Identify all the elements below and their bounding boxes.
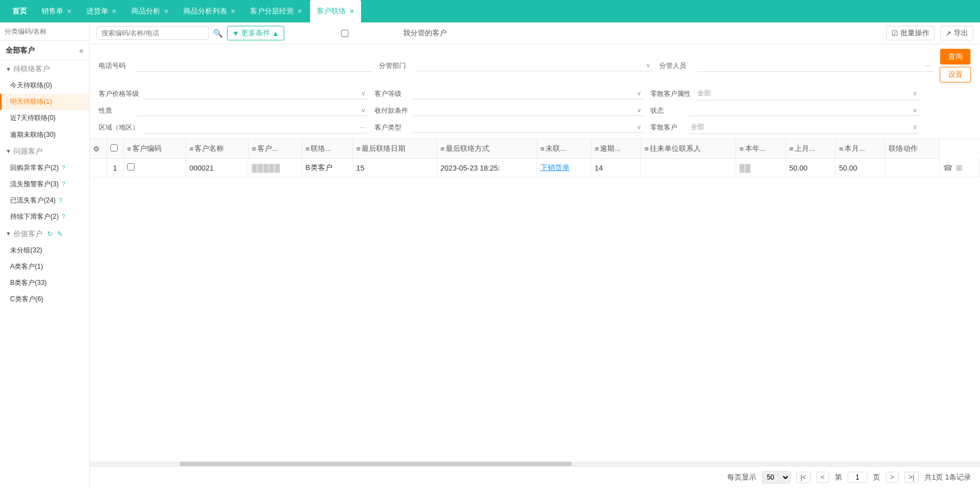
export-btn[interactable]: ↗ 导出 [940,26,973,40]
nav-goods-analysis-list-close[interactable]: ✕ [230,8,235,15]
row-no: 1 [107,159,123,177]
nav-goods-analysis-list[interactable]: 商品分析列表 ✕ [177,0,242,22]
sidebar-section-problem[interactable]: ▼ 问题客户 [0,143,89,160]
nav-goods-analysis-close[interactable]: ✕ [164,8,169,15]
sidebar-item-ungrouped[interactable]: 未分组(32) [0,242,89,259]
customer-type-select[interactable]: ∨ [413,122,644,133]
nav-customer-tier[interactable]: 客户分层经营 ✕ [243,0,309,22]
nav-customer-contact-close[interactable]: ✕ [349,8,354,15]
sidebar-item-today-pending[interactable]: 今天待联络(0) [0,77,89,94]
nav-sales-close[interactable]: ✕ [67,8,72,15]
section-arrow-pending: ▼ [6,66,11,72]
filter-retail-attr: 零散客户属性 全部 ∨ [650,87,919,100]
sidebar-item-class-a[interactable]: A类客户(1) [0,259,89,275]
last-page-btn[interactable]: >| [904,472,919,483]
filter-dept: 分管部门 ∨ [379,60,653,71]
retail-attr-select[interactable]: 全部 ∨ [695,87,919,100]
filter-search-icon[interactable]: 🔍 [213,29,223,38]
filter-status: 状态 ∨ [650,105,919,116]
sidebar-item-churn-warning[interactable]: 流失预警客户(3) ? [0,176,89,192]
query-btn[interactable]: 查询 [940,49,970,65]
sidebar-section-pending[interactable]: ▼ 待联络客户 [0,61,89,77]
sidebar-item-week-pending[interactable]: 近7天待联络(0) [0,110,89,126]
value-edit-icon[interactable]: ✎ [57,230,63,238]
nav-purchase-close[interactable]: ✕ [112,8,117,15]
horizontal-scrollbar[interactable] [90,462,980,466]
value-refresh-icon[interactable]: ↻ [47,230,53,238]
sidebar-collapse-icon[interactable]: « [79,46,84,55]
th-contacts: ≡ 联络... [302,139,353,159]
search-input[interactable] [96,26,209,40]
th-this-month: ≡ 本月... [835,139,885,159]
row-overdue [641,159,736,177]
nav-customer-tier-close[interactable]: ✕ [297,8,302,15]
next-page-btn[interactable]: > [886,472,899,483]
th-last-contact-date: ≡ 最后联络日期 [353,139,437,159]
select-all-checkbox[interactable] [110,144,118,151]
row-contacts: 15 [353,159,437,177]
action-phone-icon[interactable]: ☎ [943,163,953,172]
status-select[interactable]: ∨ [688,105,919,116]
filter-price-level: 客户价格等级 ∨ [99,88,368,99]
reset-btn[interactable]: 设置 [940,67,971,82]
th-uncontacted: ≡ 未联... [537,139,591,159]
th-name: ≡ 客户名称 [186,139,248,159]
nav-home[interactable]: 首页 [6,0,34,22]
nav-purchase[interactable]: 进货单 ✕ [80,0,123,22]
sidebar-all-customers[interactable]: 全部客户 « [0,41,89,61]
filter-nature: 性质 ∨ [99,105,368,116]
row-name: █████ [248,159,302,177]
retail-customer-select[interactable]: 全部 ∨ [688,121,919,134]
nature-chevron: ∨ [361,107,366,114]
page-number-input[interactable] [848,472,867,483]
content-area: 🔍 ▼ 更多条件 ▲ 我分管的客户 ☑ 批量操作 ↗ 导出 [90,22,980,488]
row-uncontacted: 14 [591,159,641,177]
customer-level-select[interactable]: ∨ [413,88,644,99]
nav-sales[interactable]: 销售单 ✕ [35,0,78,22]
main-layout: 🔍 全部客户 « ▼ 待联络客户 今天待联络(0) 明天待联络(1) 近7天待联… [0,22,980,488]
filter-my-customers[interactable]: 我分管的客户 [289,28,447,38]
first-page-btn[interactable]: |< [796,472,811,483]
row-this-month [885,159,940,177]
sidebar-item-class-b[interactable]: B类客户(33) [0,275,89,291]
dept-select[interactable]: ∨ [417,60,653,71]
prev-page-btn[interactable]: < [816,472,829,483]
sidebar-item-declining[interactable]: 持续下滑客户(2) ? [0,209,89,225]
sidebar-item-churned[interactable]: 已流失客户(24) ? [0,192,89,209]
adv-filter-row-4: 区域（地区） ··· 客户类型 ∨ 零散客户 全部 ∨ [99,121,971,134]
action-grid-icon[interactable]: ⊞ [956,163,963,172]
sidebar-section-value[interactable]: ▼ 价值客户 ↻ ✎ [0,225,89,242]
row-this-year: 50.00 [785,159,835,177]
row-checkbox[interactable] [127,163,135,171]
sidebar-item-tomorrow-pending[interactable]: 明天待联络(1) [0,94,89,110]
row-last-contact-method: 下销货单 [537,159,591,177]
th-check [107,139,123,159]
status-chevron: ∨ [913,107,917,114]
nav-goods-analysis[interactable]: 商品分析 ✕ [124,0,175,22]
sidebar-item-class-c[interactable]: C类客户(6) [0,291,89,307]
phone-input[interactable] [137,60,372,72]
payment-select[interactable]: ∨ [413,105,644,116]
scrollbar-thumb[interactable] [179,462,572,466]
sidebar-item-repurchase-abnormal[interactable]: 回购异常客户(2) ? [0,160,89,176]
sidebar-search-input[interactable] [4,27,89,35]
my-customers-checkbox[interactable] [289,30,401,37]
adv-filter-panel: 电话号码 分管部门 ∨ 分管人员 ··· 查询 设置 [90,44,980,139]
export-icon: ↗ [945,29,951,38]
th-setting[interactable]: ⚙ [90,139,107,159]
sidebar-item-overdue-contact[interactable]: 逾期未联络(30) [0,127,89,143]
manager-ellipsis[interactable]: ··· [697,60,933,72]
price-level-select[interactable]: ∨ [144,88,368,99]
page-size-select[interactable]: 50 100 200 [762,471,791,484]
batch-op-btn[interactable]: ☑ 批量操作 [886,26,935,40]
filter-region: 区域（地区） ··· [99,122,368,133]
nav-customer-contact[interactable]: 客户联络 ✕ [310,0,361,22]
contact-method-link[interactable]: 下销货单 [540,163,570,172]
th-unit-contact: ≡ 往来单位联系人 [641,139,736,159]
filter-more-btn[interactable]: ▼ 更多条件 ▲ [227,26,284,40]
row-last-contact-date: 2023-05-23 18:25: [437,159,537,177]
region-ellipsis[interactable]: ··· [144,122,368,133]
filter-right-actions: ☑ 批量操作 ↗ 导出 [886,26,973,40]
retail-customer-chevron: ∨ [913,123,917,131]
nature-select[interactable]: ∨ [137,105,368,116]
